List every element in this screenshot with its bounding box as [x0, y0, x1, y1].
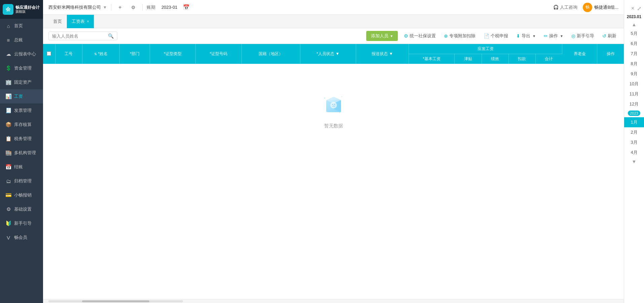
add-person-btn[interactable]: 添加人员 ▼ [366, 31, 398, 41]
month-12[interactable]: 12月 [624, 99, 644, 109]
export-dropdown-icon: ▼ [532, 34, 536, 38]
th-number: 工号 [55, 44, 82, 64]
month-11[interactable]: 11月 [624, 89, 644, 99]
th-person-status: *人员状态 ▼ [300, 44, 356, 64]
tab-home[interactable]: 首页 [48, 15, 67, 28]
refresh-icon: ↺ [602, 33, 606, 39]
special-deduction-icon: ⊕ [444, 33, 448, 39]
sidebar-item-archive[interactable]: 🗂 归档管理 [0, 174, 43, 188]
select-all-checkbox[interactable] [47, 51, 51, 56]
period-label: 账期 [147, 4, 155, 10]
toolbar-right: 添加人员 ▼ ⚙ 统一社保设置 ⊕ 专项附加扣除 📄 个税申报 ⬇ 导出 ▼ ✏ [366, 31, 618, 41]
topbar-right: 🎧 人工咨询 畅 畅捷通B组... [553, 3, 618, 12]
th-performance: 绩效 [482, 54, 508, 64]
sidebar-item-ledger[interactable]: ≡ 总账 [0, 33, 43, 47]
sidebar-item-salary[interactable]: 📊 工资 [0, 89, 43, 103]
filter-icon-report[interactable]: ▼ [389, 51, 393, 56]
empty-icon: ✦ ✦ ✦ [320, 91, 347, 118]
panel-close-btn[interactable]: × [630, 4, 636, 13]
month-9[interactable]: 9月 [624, 69, 644, 79]
sidebar-item-multi-org[interactable]: 🏬 多机构管理 [0, 146, 43, 160]
scrollbar-track[interactable] [48, 300, 183, 302]
operate-btn[interactable]: ✏ 操作 ▼ [542, 32, 565, 40]
sidebar-item-invoice[interactable]: 🧾 发票管理 [0, 103, 43, 118]
export-btn[interactable]: ⬇ 导出 ▼ [514, 32, 538, 40]
sidebar-item-settings[interactable]: ⚙ 基础设置 [0, 202, 43, 216]
date-nav-down[interactable]: ▼ [630, 158, 638, 166]
invoice-icon: 🧾 [5, 107, 11, 114]
sidebar-item-home[interactable]: ⌂ 首页 [0, 19, 43, 33]
search-input[interactable] [52, 34, 106, 39]
tabbar: 首页 工资表 × [43, 15, 624, 28]
operate-dropdown-icon: ▼ [560, 34, 563, 38]
tab-close-btn[interactable]: × [87, 19, 89, 24]
month-10[interactable]: 10月 [624, 79, 644, 89]
expense-icon: 💳 [5, 192, 11, 198]
operate-icon: ✏ [544, 33, 548, 39]
filter-icon-person[interactable]: ▼ [335, 51, 339, 56]
special-deduction-btn[interactable]: ⊕ 专项附加扣除 [442, 32, 478, 40]
svg-text:✦: ✦ [324, 97, 326, 100]
th-allowance: 津贴 [455, 54, 482, 64]
fixed-assets-icon: 🏢 [5, 79, 11, 85]
month-6[interactable]: 6月 [624, 39, 644, 49]
company-selector[interactable]: 西安虾米网络科技有限公司 ▼ [48, 4, 107, 10]
month-7[interactable]: 7月 [624, 49, 644, 59]
social-insurance-icon: ⚙ [404, 33, 408, 39]
th-pension: 养老金 [562, 44, 597, 64]
main-content: 西安虾米网络科技有限公司 ▼ + ⚙ 账期 2023-01 📅 🎧 人工咨询 畅… [43, 0, 624, 303]
month-8[interactable]: 8月 [624, 59, 644, 69]
th-name: ⇅ *姓名 [82, 44, 120, 64]
sidebar-item-close[interactable]: 📅 结账 [0, 160, 43, 174]
sidebar-item-inventory[interactable]: 📦 库存核算 [0, 118, 43, 132]
month-2[interactable]: 2月 [624, 127, 644, 137]
multi-org-icon: 🏬 [5, 150, 11, 156]
month-3[interactable]: 3月 [624, 137, 644, 147]
th-deduction: 扣款 [508, 54, 535, 64]
year-badge-2023: 2023 [628, 111, 640, 116]
tab-salary[interactable]: 工资表 × [67, 15, 94, 28]
user-avatar: 畅 [583, 3, 592, 12]
th-base-salary: *基本工资 [409, 54, 454, 64]
user-menu[interactable]: 畅 畅捷通B组... [583, 3, 618, 12]
company-dropdown-icon: ▼ [103, 5, 107, 10]
sidebar-item-member[interactable]: V 畅会员 [0, 230, 43, 245]
settings-gear-btn[interactable]: ⚙ [129, 3, 138, 12]
cloud-icon: ☁ [5, 51, 11, 57]
salary-icon: 📊 [5, 93, 11, 99]
sidebar-item-cloud-report[interactable]: ☁ 云报表中心 [0, 47, 43, 61]
search-wrap: 🔍 [48, 32, 117, 40]
sidebar-item-fixed-assets[interactable]: 🏢 固定资产 [0, 75, 43, 89]
logo-icon: 会 [3, 4, 13, 15]
month-5[interactable]: 5月 [624, 29, 644, 39]
personal-tax-btn[interactable]: 📄 个税申报 [482, 32, 510, 40]
sidebar-item-tax[interactable]: 📋 税务管理 [0, 132, 43, 146]
new-guide-btn[interactable]: ◎ 新手引导 [569, 32, 596, 40]
fund-icon: 💲 [5, 65, 11, 71]
calendar-icon[interactable]: 📅 [183, 4, 190, 10]
personal-tax-icon: 📄 [484, 33, 489, 39]
refresh-btn[interactable]: ↺ 刷新 [600, 32, 618, 40]
sidebar-item-guide[interactable]: 🔰 新手引导 [0, 216, 43, 230]
empty-text: 暂无数据 [324, 123, 343, 129]
add-company-btn[interactable]: + [115, 3, 125, 12]
support-btn[interactable]: 🎧 人工咨询 [553, 4, 577, 10]
date-nav-up[interactable]: ▲ [630, 20, 638, 29]
social-insurance-btn[interactable]: ⚙ 统一社保设置 [402, 32, 438, 40]
ledger-icon: ≡ [5, 37, 11, 43]
panel-expand-btn[interactable]: ⤢ [636, 4, 643, 13]
svg-text:✦: ✦ [339, 112, 341, 114]
sidebar-item-fund[interactable]: 💲 资金管理 [0, 61, 43, 75]
svg-point-4 [332, 104, 333, 105]
svg-text:✦: ✦ [341, 96, 343, 98]
sidebar-item-expense[interactable]: 💳 小畅报销 [0, 188, 43, 202]
new-guide-icon: ◎ [571, 33, 575, 39]
topbar: 西安虾米网络科技有限公司 ▼ + ⚙ 账期 2023-01 📅 🎧 人工咨询 畅… [43, 0, 624, 15]
table-scrollbar [43, 299, 624, 303]
support-icon: 🎧 [553, 5, 559, 10]
month-1[interactable]: 1月 [624, 117, 644, 127]
app-logo: 会 畅应通好会计 旗舰版 [0, 0, 43, 19]
scrollbar-thumb[interactable] [82, 300, 149, 302]
salary-table: 工号 ⇅ *姓名 *部门 *证型类型 *证型号码 国籍（地区） *人员状态 ▼ … [43, 44, 624, 156]
month-4[interactable]: 4月 [624, 147, 644, 158]
